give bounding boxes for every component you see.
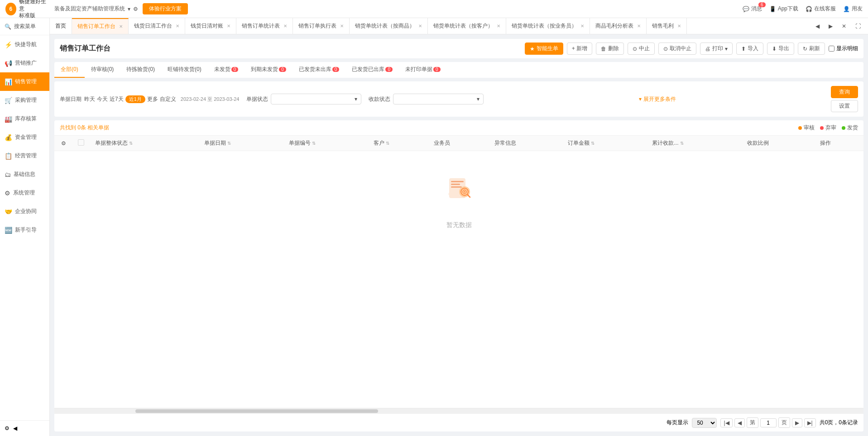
status-filter-select[interactable]: ▾ bbox=[271, 94, 361, 104]
scrollbar-thumb[interactable] bbox=[135, 409, 378, 413]
system-dropdown-icon[interactable]: ▾ bbox=[128, 6, 130, 12]
tab-sales-workbench[interactable]: 销售订单工作台 ✕ bbox=[72, 18, 129, 34]
system-name-area[interactable]: 装备及固定资产辅助管理系统 ▾ ⚙ bbox=[54, 5, 138, 13]
sidebar-item-marketing[interactable]: 📢 营销推广 bbox=[0, 54, 49, 72]
filter-tab-pending-inspect[interactable]: 待拣验货(0) bbox=[120, 62, 161, 78]
th-settings[interactable]: ⚙ bbox=[54, 136, 72, 151]
tab-sales-profit[interactable]: 销售毛利 ✕ bbox=[647, 18, 687, 34]
number-sort-icon[interactable]: ⇅ bbox=[312, 141, 316, 146]
tab-close-icon[interactable]: ✕ bbox=[497, 24, 500, 28]
not-printed-badge: 0 bbox=[433, 67, 441, 72]
page-last-icon[interactable]: ▶| bbox=[804, 418, 816, 427]
date-7days[interactable]: 近7天 bbox=[110, 95, 124, 103]
sidebar-item-basic-info[interactable]: 🗂 基础信息 bbox=[0, 165, 49, 184]
sidebar-item-sales[interactable]: 📊 销售管理 bbox=[0, 72, 49, 91]
tab-sales-stat-salesman[interactable]: 销货单统计表（按业务员） ✕ bbox=[506, 18, 590, 34]
date-more[interactable]: 更多 bbox=[147, 95, 158, 103]
sidebar-item-finance[interactable]: 💰 资金管理 bbox=[0, 128, 49, 147]
tab-close-icon[interactable]: ✕ bbox=[227, 24, 230, 28]
tab-sales-order-exec[interactable]: 销售订单执行表 ✕ bbox=[293, 18, 350, 34]
page-size-select[interactable]: 50 100 200 bbox=[692, 418, 717, 428]
sidebar-item-inventory[interactable]: 🏭 库存核算 bbox=[0, 109, 49, 128]
th-check[interactable] bbox=[72, 136, 90, 151]
page-first-icon[interactable]: |◀ bbox=[720, 418, 732, 427]
tab-close-icon[interactable]: ✕ bbox=[340, 24, 344, 28]
filter-tab-shipped-not-out[interactable]: 已发货未出库0 bbox=[293, 62, 346, 78]
tab-cash-daily[interactable]: 钱货日清工作台 ✕ bbox=[129, 18, 185, 34]
tab-product-margin[interactable]: 商品毛利分析表 ✕ bbox=[590, 18, 647, 34]
filter-tab-pending-review[interactable]: 待审核(0) bbox=[85, 62, 120, 78]
tab-sales-stat-customer[interactable]: 销货单统计表（按客户） ✕ bbox=[428, 18, 506, 34]
page-next-icon[interactable]: ▶ bbox=[792, 418, 802, 427]
print-button[interactable]: 🖨 打印 ▾ bbox=[700, 43, 733, 55]
ship-action-button[interactable]: 发货 bbox=[842, 124, 858, 132]
page-prev-icon[interactable]: ◀ bbox=[734, 418, 745, 427]
sidebar-search-item[interactable]: 🔍 搜索菜单 bbox=[0, 18, 49, 35]
filter-tab-expired-not-shipped[interactable]: 到期未发货0 bbox=[245, 62, 293, 78]
import-button[interactable]: ⬆ 导入 bbox=[736, 43, 763, 55]
filter-tab-wangpu[interactable]: 旺铺待发货(0) bbox=[161, 62, 208, 78]
industry-solution-button[interactable]: 体验行业方案 bbox=[143, 3, 188, 14]
date-yesterday[interactable]: 昨天 bbox=[84, 95, 95, 103]
show-detail-checkbox[interactable]: 显示明细 bbox=[829, 45, 858, 52]
filter-tab-shipped-out[interactable]: 已发货已出库0 bbox=[345, 62, 399, 78]
add-button[interactable]: + 新增 bbox=[567, 43, 592, 55]
date-today[interactable]: 今天 bbox=[97, 95, 108, 103]
review-action-button[interactable]: 审核 bbox=[798, 124, 815, 132]
delete-button[interactable]: 🗑 删除 bbox=[596, 43, 624, 55]
app-download-button[interactable]: 📱 App下载 bbox=[769, 5, 798, 13]
tab-fullscreen-icon[interactable]: ⛶ bbox=[852, 23, 864, 29]
status-sort-icon[interactable]: ⇅ bbox=[129, 141, 133, 146]
stop-button[interactable]: ⊙ 中止 bbox=[628, 43, 655, 55]
date-1month-active[interactable]: 近1月 bbox=[125, 95, 145, 103]
expand-filter-button[interactable]: ▾ 展开更多条件 bbox=[639, 95, 676, 103]
filter-tab-not-printed[interactable]: 未打印单据0 bbox=[399, 62, 447, 78]
tab-sales-order-stat[interactable]: 销售订单统计表 ✕ bbox=[236, 18, 293, 34]
user-menu-button[interactable]: 👤 用友 bbox=[843, 5, 863, 13]
tab-nav-prev-icon[interactable]: ◀ bbox=[812, 23, 823, 29]
tab-close-icon[interactable]: ✕ bbox=[418, 24, 422, 28]
payment-filter-select[interactable]: ▾ bbox=[393, 94, 484, 104]
online-service-button[interactable]: 🎧 在线客服 bbox=[806, 5, 836, 13]
date-custom[interactable]: 自定义 bbox=[160, 95, 176, 103]
page-number-input[interactable] bbox=[760, 418, 777, 427]
cancel-stop-button[interactable]: ⊙ 取消中止 bbox=[658, 43, 696, 55]
select-all-checkbox[interactable] bbox=[78, 139, 84, 146]
filter-settings-button[interactable]: 设置 bbox=[831, 100, 858, 112]
th-operation: 操作 bbox=[815, 136, 863, 151]
sidebar-item-system[interactable]: ⚙ 系统管理 bbox=[0, 184, 49, 202]
tab-sales-stat-product[interactable]: 销货单统计表（按商品） ✕ bbox=[350, 18, 428, 34]
date-sort-icon[interactable]: ⇅ bbox=[227, 141, 231, 146]
sidebar-settings-icon[interactable]: ⚙ bbox=[5, 425, 10, 431]
filter-tab-not-shipped[interactable]: 未发货0 bbox=[208, 62, 245, 78]
sidebar-item-operation[interactable]: 📋 经营管理 bbox=[0, 147, 49, 165]
tab-close-icon[interactable]: ✕ bbox=[677, 24, 681, 28]
tab-close-icon[interactable]: ✕ bbox=[637, 24, 641, 28]
sidebar-collapse-icon[interactable]: ◀ bbox=[13, 425, 17, 431]
filter-tab-all[interactable]: 全部(0) bbox=[54, 62, 85, 78]
tab-home[interactable]: 首页 bbox=[50, 18, 72, 34]
system-settings-icon[interactable]: ⚙ bbox=[133, 6, 138, 12]
tab-nav-next-icon[interactable]: ▶ bbox=[825, 23, 836, 29]
sidebar-item-guide[interactable]: 🆕 新手引导 bbox=[0, 221, 49, 239]
horizontal-scrollbar[interactable] bbox=[54, 408, 863, 413]
tab-close-icon[interactable]: ✕ bbox=[580, 24, 584, 28]
collected-sort-icon[interactable]: ⇅ bbox=[680, 141, 684, 146]
message-button[interactable]: 💬 消息 6 bbox=[743, 5, 762, 13]
cancel-review-action-button[interactable]: 弃审 bbox=[820, 124, 836, 132]
sidebar-item-quick-nav[interactable]: ⚡ 快捷导航 bbox=[0, 35, 49, 54]
tab-close-all-icon[interactable]: ✕ bbox=[838, 23, 850, 29]
tab-close-icon[interactable]: ✕ bbox=[176, 24, 179, 28]
refresh-button[interactable]: ↻ 刷新 bbox=[798, 43, 825, 55]
export-button[interactable]: ⬇ 导出 bbox=[767, 43, 794, 55]
tab-cash-reconcile[interactable]: 钱货日清对账 ✕ bbox=[185, 18, 236, 34]
amount-sort-icon[interactable]: ⇅ bbox=[591, 141, 595, 146]
query-button[interactable]: 查询 bbox=[831, 86, 858, 98]
customer-sort-icon[interactable]: ⇅ bbox=[386, 141, 389, 146]
show-detail-input[interactable] bbox=[829, 46, 834, 52]
tab-close-icon[interactable]: ✕ bbox=[283, 24, 287, 28]
sidebar-item-purchase[interactable]: 🛒 采购管理 bbox=[0, 91, 49, 109]
sidebar-item-enterprise[interactable]: 🤝 企业协同 bbox=[0, 202, 49, 221]
tab-close-icon[interactable]: ✕ bbox=[119, 24, 123, 29]
smart-generate-button[interactable]: ★ 智能生单 bbox=[525, 43, 563, 55]
